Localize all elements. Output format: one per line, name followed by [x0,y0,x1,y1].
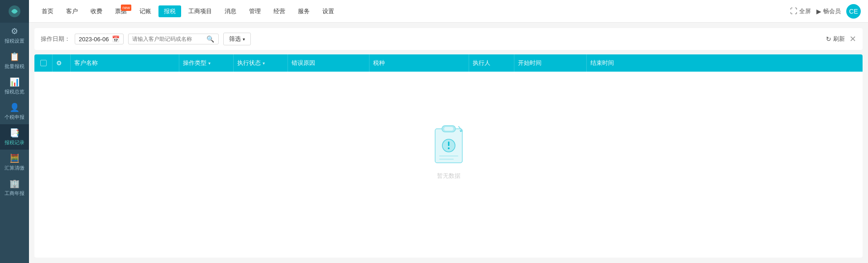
member-button[interactable]: ▶ 畅会员 [816,7,841,15]
th-start-time: 开始时间 [514,54,587,72]
refresh-label: 刷新 [833,35,845,43]
sidebar-item-label: 批量报税 [5,63,24,70]
th-executor: 执行人 [469,54,514,72]
nav-jizhang[interactable]: 记账 [134,5,157,17]
nav-fuwu[interactable]: 服务 [293,5,315,17]
baoshui-shezhi-icon: ⚙ [11,26,18,36]
sidebar-item-label: 个税申报 [5,114,24,121]
nav-shoufei[interactable]: 收费 [85,5,108,17]
th-end-time: 结束时间 [587,54,641,72]
sidebar-item-geshuishenbao[interactable]: 👤 个税申报 [0,99,29,124]
video-icon: ▶ [816,8,821,15]
svg-rect-5 [448,141,449,146]
sidebar-item-piliang-baoshui[interactable]: 📋 批量报税 [0,48,29,73]
refresh-icon: ↻ [826,35,831,43]
nav-home[interactable]: 首页 [36,5,59,17]
sidebar: ⚙ 报税设置 📋 批量报税 📊 报税总览 👤 个税申报 📑 报税记录 🧮 汇算清… [0,0,29,263]
th-settings: ⚙ [53,54,71,72]
geshuishenbao-icon: 👤 [10,102,19,112]
nav-piao[interactable]: 票据 new [110,5,132,17]
nav-jingying[interactable]: 经营 [268,5,291,17]
filter-label: 筛选 [229,35,241,43]
sidebar-item-label: 报税记录 [5,139,24,146]
th-customer: 客户名称 [71,54,179,72]
page-content: 操作日期： 2023-06-06 📅 🔍 筛选 ▾ ↻ 刷新 ✕ [29,23,868,263]
table-body: 暂无数据 [34,72,863,226]
nav-xiaoxi[interactable]: 消息 [219,5,242,17]
sidebar-item-label: 工商年报 [5,190,24,197]
close-button[interactable]: ✕ [849,35,856,43]
new-badge: new [121,5,131,11]
logo[interactable] [0,0,29,23]
refresh-button[interactable]: ↻ 刷新 [826,35,845,43]
user-initials: CE [849,8,858,15]
th-checkbox[interactable] [34,54,53,72]
sidebar-item-baoshui-jilu[interactable]: 📑 报税记录 [0,124,29,150]
filter-op-type-icon[interactable]: ▾ [208,61,211,66]
empty-state: 暂无数据 [426,117,471,180]
svg-point-6 [448,147,450,149]
search-input[interactable] [132,36,205,42]
nav-gongshang[interactable]: 工商项目 [183,5,217,17]
sidebar-item-baoshui-zonglang[interactable]: 📊 报税总览 [0,73,29,99]
settings-icon[interactable]: ⚙ [56,59,62,67]
th-error-reason: 错误原因 [288,54,369,72]
sidebar-item-gongshang-nianbao[interactable]: 🏢 工商年报 [0,175,29,200]
sidebar-item-label: 报税设置 [5,38,24,44]
toolbar: 操作日期： 2023-06-06 📅 🔍 筛选 ▾ ↻ 刷新 ✕ [34,28,863,50]
fullscreen-icon: ⛶ [790,7,797,15]
table-container: ⚙ 客户名称 操作类型 ▾ 执行状态 ▾ 错误原因 税种 [34,54,863,258]
huisuan-jiaona-icon: 🧮 [10,153,19,163]
date-value: 2023-06-06 [79,36,109,43]
th-op-type: 操作类型 ▾ [179,54,234,72]
sidebar-item-label: 报税总览 [5,88,24,95]
table-header: ⚙ 客户名称 操作类型 ▾ 执行状态 ▾ 错误原因 税种 [34,54,863,72]
empty-text: 暂无数据 [437,172,460,180]
search-icon: 🔍 [206,35,214,43]
chevron-down-icon: ▾ [243,37,245,42]
piliang-baoshui-icon: 📋 [10,52,19,62]
date-picker[interactable]: 2023-06-06 📅 [75,34,124,44]
nav-baoshui[interactable]: 报税 [158,5,181,17]
empty-illustration [426,117,471,167]
th-tax-type: 税种 [369,54,469,72]
filter-button[interactable]: 筛选 ▾ [223,33,251,45]
top-nav: 首页 客户 收费 票据 new 记账 报税 工商项目 消息 管理 经营 服务 设… [29,0,868,23]
nav-right: ⛶ 全屏 ▶ 畅会员 CE [790,4,861,19]
calendar-icon: 📅 [112,35,120,43]
user-avatar[interactable]: CE [846,4,861,19]
fullscreen-label: 全屏 [799,7,811,15]
fullscreen-button[interactable]: ⛶ 全屏 [790,7,811,15]
filter-exec-status-icon[interactable]: ▾ [263,61,265,66]
svg-rect-3 [444,127,453,131]
select-all-checkbox[interactable] [40,60,47,66]
th-exec-status: 执行状态 ▾ [234,54,288,72]
nav-guanli[interactable]: 管理 [244,5,266,17]
sidebar-item-huisuan-jiaona[interactable]: 🧮 汇算清缴 [0,150,29,175]
baoshui-jilu-icon: 📑 [10,128,19,138]
nav-shezhi[interactable]: 设置 [317,5,340,17]
main-content: 首页 客户 收费 票据 new 记账 报税 工商项目 消息 管理 经营 服务 设… [29,0,868,263]
search-box: 🔍 [128,34,219,44]
gongshang-nianbao-icon: 🏢 [10,179,19,189]
sidebar-item-baoshui-shezhi[interactable]: ⚙ 报税设置 [0,23,29,48]
date-label: 操作日期： [41,35,70,43]
nav-customer[interactable]: 客户 [61,5,83,17]
member-label: 畅会员 [823,7,841,15]
baoshui-zonglang-icon: 📊 [10,77,19,87]
sidebar-item-label: 汇算清缴 [5,165,24,171]
